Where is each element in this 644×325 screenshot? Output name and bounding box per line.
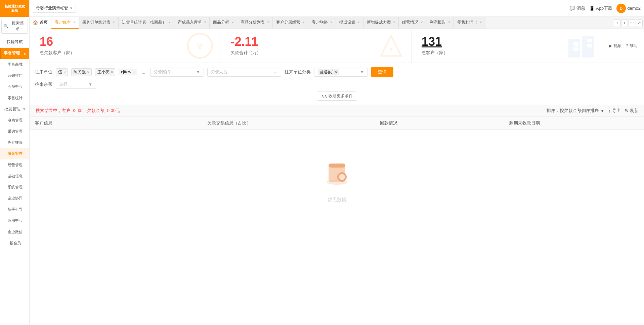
sidebar-item-app-center[interactable]: 应用中心 bbox=[0, 215, 29, 226]
tag-wu-close[interactable]: × bbox=[63, 70, 66, 74]
tag-chen-close[interactable]: × bbox=[87, 70, 89, 74]
search-button[interactable]: 查询 bbox=[371, 67, 393, 77]
sidebar-item-retail-stats[interactable]: 零售统计 bbox=[0, 93, 29, 104]
tag-wang-close[interactable]: × bbox=[111, 70, 113, 74]
quick-nav-button[interactable]: 快捷导航 bbox=[1, 37, 28, 46]
tab-customer-segment-close[interactable]: × bbox=[303, 21, 305, 24]
tab-purchase-orders[interactable]: 采购订单统计表 × bbox=[79, 17, 119, 29]
filter-more-button[interactable]: ... bbox=[140, 69, 147, 75]
video-button[interactable]: ▶ 视频 bbox=[609, 43, 621, 49]
tab-operations[interactable]: 经营情况 × bbox=[399, 17, 426, 29]
sidebar-item-system[interactable]: 系统管理 bbox=[0, 182, 29, 193]
tab-next-button[interactable]: › bbox=[621, 20, 628, 26]
tab-customer-contact-close[interactable]: × bbox=[330, 21, 332, 24]
refresh-button[interactable]: ↻ 刷新 bbox=[625, 108, 639, 114]
sidebar-item-enterprise[interactable]: 企业协同 bbox=[0, 193, 29, 204]
tab-production-close[interactable]: × bbox=[204, 21, 206, 24]
sidebar-item-purchase[interactable]: 采购管理 bbox=[0, 126, 29, 137]
video-help-area: ▶ 视频 ? 帮助 bbox=[602, 29, 644, 63]
sidebar-item-wechat[interactable]: 企业微信 bbox=[0, 226, 29, 238]
tab-purchase-stats-close[interactable]: × bbox=[169, 21, 171, 24]
sidebar-item-members[interactable]: 会员中心 bbox=[0, 81, 29, 92]
customer-count: 0 bbox=[73, 108, 76, 113]
tab-new-improve[interactable]: 新增提成方案 × bbox=[363, 17, 399, 29]
logo-line1: 畅捷通好生意 bbox=[5, 4, 25, 8]
tab-goods-analysis-list-close[interactable]: × bbox=[267, 21, 269, 24]
tab-retail-profit-label: 零售利润（ bbox=[457, 20, 477, 25]
tab-customer-segment[interactable]: 客户分层经营 × bbox=[273, 17, 308, 29]
collapse-up-icon: ∧∧ bbox=[321, 94, 327, 99]
tab-new-improve-close[interactable]: × bbox=[393, 21, 395, 24]
sidebar-item-basics[interactable]: 基础信息 bbox=[0, 171, 29, 182]
account-selector[interactable]: 母婴行业演示帐套 ▼ bbox=[33, 4, 76, 13]
tab-retail-profit-close[interactable]: × bbox=[480, 21, 482, 24]
tab-profit-report[interactable]: 利润报告 × bbox=[426, 17, 454, 29]
tab-home-label: 首页 bbox=[40, 20, 48, 25]
export-button[interactable]: ↑ 导出 bbox=[609, 108, 621, 114]
help-button[interactable]: ? 帮助 bbox=[626, 43, 637, 49]
empty-icon bbox=[320, 157, 354, 191]
person-filter[interactable]: 分管人员 ··· bbox=[207, 68, 281, 77]
tab-customer-contact[interactable]: 客户联络 × bbox=[308, 17, 336, 29]
tab-improve-settings[interactable]: 提成设置 × bbox=[336, 17, 363, 29]
tab-profit-report-close[interactable]: × bbox=[448, 21, 450, 24]
tab-accounts[interactable]: 客户账本 × bbox=[51, 17, 79, 29]
selector-arrow-icon: ▼ bbox=[70, 6, 73, 10]
search-menu-button[interactable]: 🔍 搜索菜单 bbox=[1, 19, 28, 34]
app-download-button[interactable]: 📱 App下载 bbox=[589, 5, 612, 11]
tab-goods-analysis[interactable]: 商品分析 × bbox=[210, 17, 237, 29]
sidebar-item-inventory[interactable]: 库存核算 bbox=[0, 137, 29, 148]
tab-goods-analysis-close[interactable]: × bbox=[231, 21, 233, 24]
user-menu[interactable]: D demo2 bbox=[616, 4, 641, 13]
tab-home[interactable]: 🏠 首页 bbox=[30, 17, 51, 29]
tab-new-improve-label: 新增提成方案 bbox=[367, 20, 391, 25]
tab-retail-profit[interactable]: 零售利润（ × bbox=[454, 17, 485, 29]
logo-line2: 标版 bbox=[5, 8, 25, 13]
tab-improve-settings-close[interactable]: × bbox=[358, 21, 360, 24]
tab-accounts-label: 客户账本 bbox=[55, 20, 71, 25]
tab-menu-button[interactable]: ⋯ bbox=[629, 20, 635, 26]
filter-row-1: 往来单位 伍 × 陈民强 × 王小亮 × cjttcw × ... bbox=[35, 67, 639, 77]
tab-operations-close[interactable]: × bbox=[421, 21, 423, 24]
sidebar-item-wholesale[interactable]: 批发管理 ▼ bbox=[0, 104, 29, 115]
svg-rect-11 bbox=[329, 164, 345, 168]
dept-filter[interactable]: 分管部门 ▼ bbox=[150, 68, 204, 77]
result-info: 搜索结果中，客户 0 家 欠款金额 0.00元 bbox=[35, 108, 121, 114]
tab-goods-analysis-label: 商品分析 bbox=[213, 20, 229, 25]
stat-debt-icon: ✦ bbox=[378, 32, 404, 59]
debt-value: 0.00元 bbox=[107, 108, 120, 113]
tab-accounts-close[interactable]: × bbox=[73, 21, 75, 24]
sort-select[interactable]: 排序：按欠款金额倒序排序 ▼ bbox=[547, 108, 605, 114]
tab-prev-button[interactable]: ‹ bbox=[614, 20, 620, 26]
balance-placeholder: 选择... bbox=[59, 81, 71, 87]
stat-total-customers-value: 131 bbox=[422, 36, 442, 48]
avatar: D bbox=[616, 4, 626, 13]
question-icon: ? bbox=[626, 43, 628, 48]
unit-class-tag-close[interactable]: × bbox=[335, 70, 337, 74]
tab-fullscreen-button[interactable]: ⤢ bbox=[636, 20, 643, 26]
message-button[interactable]: 💬 消息 bbox=[570, 5, 585, 11]
sidebar-item-finance[interactable]: 资金管理 bbox=[0, 148, 29, 159]
balance-filter[interactable]: 选择... ▼ bbox=[56, 80, 96, 89]
collapse-button[interactable]: ∧∧ 收起更多条件 bbox=[317, 92, 357, 101]
sidebar-item-newbie[interactable]: 新手引导 bbox=[0, 204, 29, 215]
sidebar-item-retail-mall[interactable]: 零售商城 bbox=[0, 59, 29, 70]
home-icon: 🏠 bbox=[33, 20, 38, 25]
sidebar-item-ecommerce[interactable]: 电商管理 bbox=[0, 115, 29, 126]
sidebar-item-operations[interactable]: 经营管理 bbox=[0, 159, 29, 171]
tag-cjttcw-close[interactable]: × bbox=[132, 70, 134, 74]
tab-purchase-stats[interactable]: 进货单统计表（按商品） × bbox=[119, 17, 174, 29]
search-icon: 🔍 bbox=[4, 24, 9, 29]
sidebar-item-marketing[interactable]: 营销推广 bbox=[0, 70, 29, 81]
stats-row: ¥ 16 总欠款客户（家） ✦ -2.11 欠款合计（万） bbox=[30, 29, 644, 63]
tab-goods-analysis-list[interactable]: 商品分析列表 × bbox=[237, 17, 273, 29]
unit-class-filter[interactable]: 普通客户 × ▼ bbox=[314, 68, 368, 77]
play-icon: ▶ bbox=[609, 43, 612, 48]
tab-customer-segment-label: 客户分层经营 bbox=[276, 20, 300, 25]
sidebar-item-vip[interactable]: 畅会员 bbox=[0, 238, 29, 249]
svg-rect-6 bbox=[587, 39, 592, 42]
tab-production[interactable]: 产成品入库单 × bbox=[174, 17, 210, 29]
stat-customers-label: 总欠款客户（家） bbox=[40, 50, 75, 56]
tab-purchase-orders-close[interactable]: × bbox=[113, 21, 115, 24]
sidebar-item-retail[interactable]: 零售管理 ▲ bbox=[0, 48, 29, 59]
